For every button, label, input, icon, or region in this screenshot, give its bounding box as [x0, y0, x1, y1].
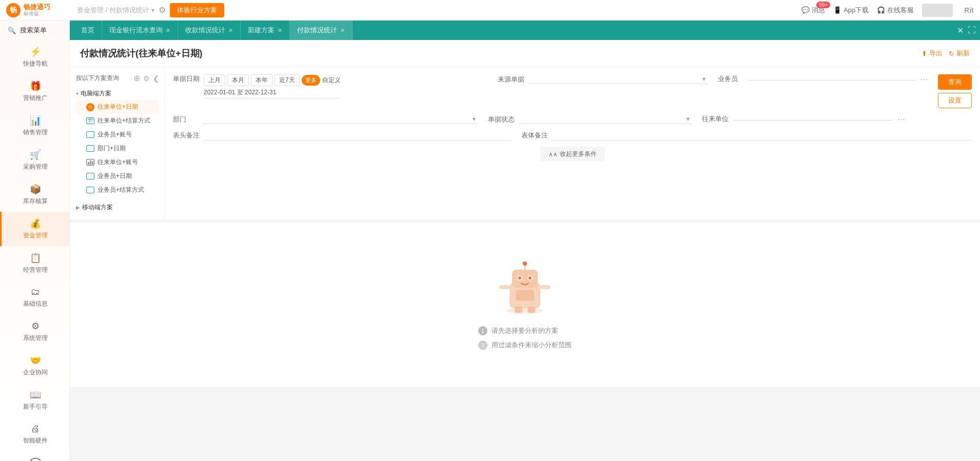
source-chevron: ▾ [702, 75, 705, 83]
date-this-month-btn[interactable]: 本月 [227, 74, 249, 86]
scheme-item-2[interactable]: 业务员+账号 [76, 128, 159, 142]
tab-payment-stat-close[interactable]: ✕ [340, 27, 345, 34]
related-unit-group: 往来单位 ··· [702, 114, 905, 124]
sidebar-item-operation[interactable]: 📋 经营管理 [0, 246, 69, 280]
svg-rect-0 [88, 118, 93, 120]
tab-minimize-icon[interactable]: ✕ [957, 26, 964, 35]
sidebar-item-wechat[interactable]: 💬 企业微信 [0, 451, 69, 461]
sidebar-item-enterprise[interactable]: 🤝 企业协同 [0, 349, 69, 383]
dept-select[interactable]: ▾ [203, 114, 478, 124]
date-7days-btn[interactable]: 近7天 [275, 74, 300, 86]
scheme-chart-icon-4 [86, 159, 94, 166]
empty-state: 1 请先选择要分析的方案 2 用过滤条件来缩小分析范围 [70, 223, 980, 387]
avatar[interactable] [922, 4, 953, 17]
page-header: 付款情况统计(往来单位+日期) ⬆ 导出 ↻ 刷新 [70, 40, 980, 67]
staff-input[interactable] [748, 78, 916, 81]
filter-row-1: 单据日期 上月 本月 本年 近7天 更多 自定义 20 [173, 74, 972, 108]
settings-btn[interactable]: 设置 [938, 93, 972, 108]
tab-receipt-stat-close[interactable]: ✕ [228, 27, 233, 34]
sidebar-item-smart-hw[interactable]: 🖨 智能硬件 [0, 417, 69, 451]
sidebar-item-purchase[interactable]: 🛒 采购管理 [0, 143, 69, 177]
trial-btn[interactable]: 体验行业方案 [170, 3, 224, 17]
scheme-settings-icon[interactable]: ⚙ [143, 74, 150, 83]
app-download[interactable]: 📱 App下载 [833, 6, 869, 15]
online-service[interactable]: 🎧 在线客服 [877, 6, 914, 15]
logo-text: 畅捷通巧 [24, 3, 50, 11]
scheme-item-3[interactable]: 部门+日期 [76, 142, 159, 155]
chart-icon: 📊 [30, 115, 41, 126]
sidebar-item-sales[interactable]: 📊 销售管理 [0, 109, 69, 143]
sidebar: 🔍 搜索菜单 ⚡ 快捷导航 🎁 营销推广 📊 销售管理 🛒 采购管理 📦 库存核… [0, 21, 70, 461]
header-right: 💬 消息 99+ 📱 App下载 🎧 在线客服 Rit [801, 4, 974, 17]
logo-area: 畅 畅捷通巧 标准版 [6, 3, 73, 17]
date-group: 单据日期 上月 本月 本年 近7天 更多 自定义 20 [173, 74, 487, 98]
tab-new-scheme[interactable]: 新建方案 ✕ [241, 21, 290, 40]
source-select[interactable]: ▾ [528, 74, 708, 84]
mobile-scheme-section: ▶ 移动端方案 [76, 201, 159, 214]
custom-date-label[interactable]: 自定义 [322, 76, 341, 85]
collapse-btn[interactable]: ∧∧ 收起更多条件 [540, 147, 605, 162]
tab-home[interactable]: 首页 [74, 21, 102, 40]
date-more-btn[interactable]: 更多 [302, 75, 320, 86]
scheme-item-6[interactable]: 业务员+结算方式 [76, 183, 159, 197]
pc-section-title[interactable]: ▾ 电脑端方案 [76, 87, 159, 100]
svg-point-8 [518, 276, 521, 279]
guide-icon: 📖 [30, 389, 41, 400]
sidebar-item-guide[interactable]: 📖 新手引导 [0, 383, 69, 417]
dept-group: 部门 ▾ [173, 114, 478, 124]
date-this-year-btn[interactable]: 本年 [251, 74, 272, 86]
pc-section-chevron: ▾ [76, 91, 79, 96]
query-btn[interactable]: 查询 [938, 74, 972, 90]
sidebar-item-system[interactable]: ⚙ 系统管理 [0, 314, 69, 349]
related-unit-input[interactable] [733, 118, 893, 121]
database-icon: 🗂 [31, 287, 40, 297]
date-controls: 上月 本月 本年 近7天 更多 自定义 2022-01-01 至 2022-12… [204, 74, 341, 98]
date-range-display[interactable]: 2022-01-01 至 2022-12-31 [204, 88, 341, 98]
scheme-collapse-icon[interactable]: ❮ [153, 74, 159, 83]
tab-maximize-icon[interactable]: ⛶ [968, 26, 976, 35]
notification-badge: 99+ [816, 2, 830, 8]
cart-icon: 🛒 [30, 149, 41, 161]
tab-bank-flow[interactable]: 现金银行流水查询 ✕ [102, 21, 178, 40]
scheme-header-actions: ⊕ ⚙ ❮ [133, 73, 159, 83]
add-scheme-icon[interactable]: ⊕ [133, 73, 140, 83]
scheme-item-0[interactable]: ⊙ 往来单位+日期 [76, 100, 159, 114]
tab-payment-stat[interactable]: 付款情况统计 ✕ [290, 21, 352, 40]
refresh-btn[interactable]: ↻ 刷新 [949, 49, 970, 58]
mobile-section-title[interactable]: ▶ 移动端方案 [76, 201, 159, 214]
sidebar-item-search[interactable]: 🔍 搜索菜单 [0, 21, 69, 40]
svg-rect-16 [527, 307, 535, 313]
sidebar-item-quick-nav[interactable]: ⚡ 快捷导航 [0, 40, 69, 74]
tab-bar-right: ✕ ⛶ [957, 26, 976, 35]
source-label: 来源单据 [498, 75, 524, 84]
scheme-item-5[interactable]: 业务员+日期 [76, 169, 159, 183]
tab-receipt-stat[interactable]: 收款情况统计 ✕ [178, 21, 241, 40]
empty-tips: 1 请先选择要分析的方案 2 用过滤条件来缩小分析范围 [478, 326, 572, 350]
tab-new-scheme-close[interactable]: ✕ [278, 27, 282, 34]
export-btn[interactable]: ⬆ 导出 [922, 49, 943, 58]
breadcrumb-path: 资金管理 / 付款情况统计 [77, 6, 149, 15]
sidebar-item-inventory[interactable]: 📦 库存核算 [0, 177, 69, 212]
tip-num-1: 1 [478, 326, 487, 335]
staff-ellipsis[interactable]: ··· [920, 74, 928, 84]
quick-nav-icon: ⚡ [30, 46, 41, 57]
related-unit-ellipsis[interactable]: ··· [897, 114, 905, 124]
header-note-input[interactable] [204, 130, 511, 141]
notification-area[interactable]: 💬 消息 99+ [801, 6, 825, 15]
date-last-month-btn[interactable]: 上月 [204, 74, 225, 86]
settings-icon[interactable]: ⚙ [159, 5, 166, 15]
filter-panel: 按以下方案查询 ⊕ ⚙ ❮ ▾ 电脑端方案 [70, 67, 980, 221]
scheme-item-4[interactable]: 往来单位+账号 [76, 155, 159, 169]
tab-bank-flow-close[interactable]: ✕ [166, 27, 170, 34]
filter-actions: 查询 设置 [938, 74, 972, 108]
doc-status-select[interactable]: ▾ [519, 114, 691, 124]
sidebar-item-marketing[interactable]: 🎁 营销推广 [0, 74, 69, 109]
body-note-input[interactable] [552, 130, 972, 141]
breadcrumb-chevron[interactable]: ▾ [151, 7, 154, 14]
sidebar-item-basic-info[interactable]: 🗂 基础信息 [0, 280, 69, 314]
logo-sub: 标准版 [24, 11, 50, 17]
filter-row-3: 表头备注 表体备注 [173, 130, 972, 141]
scheme-item-1[interactable]: 往来单位+结算方式 [76, 114, 159, 128]
sidebar-item-capital[interactable]: 💰 资金管理 [0, 212, 69, 246]
tip-item-1: 1 请先选择要分析的方案 [478, 326, 572, 335]
